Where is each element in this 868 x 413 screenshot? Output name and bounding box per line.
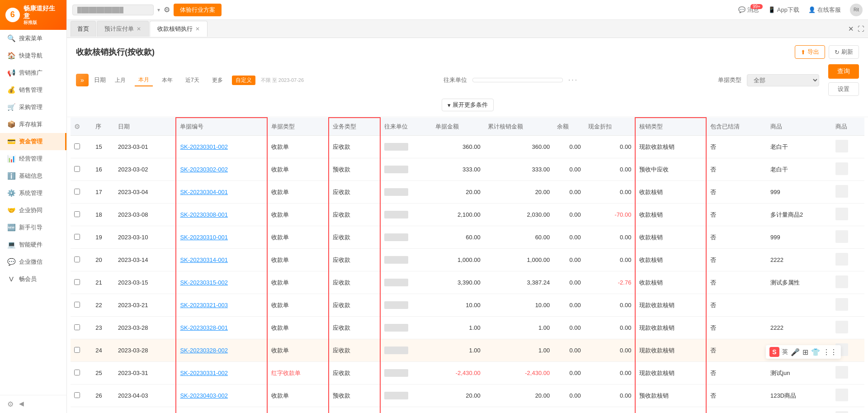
solution-button[interactable]: 体验行业方案 bbox=[174, 4, 222, 16]
row-checkbox[interactable] bbox=[71, 339, 92, 362]
date-this-month-btn[interactable]: 本月 bbox=[135, 74, 153, 86]
collection-tab-close[interactable]: ✕ bbox=[195, 26, 200, 32]
sidebar-item-marketing[interactable]: 📢营销推广 bbox=[0, 64, 66, 81]
row-include-settled: 否 bbox=[706, 136, 767, 158]
export-button[interactable]: ⬆ 导出 bbox=[795, 45, 825, 59]
query-button[interactable]: 查询 bbox=[828, 64, 859, 79]
row-checkbox[interactable] bbox=[71, 226, 92, 249]
row-cancel-type: 现款收款核销 bbox=[635, 407, 706, 413]
tab-home[interactable]: 首页 bbox=[71, 21, 96, 37]
sidebar-item-finance[interactable]: 💳资金管理 bbox=[0, 133, 66, 150]
order-link[interactable]: SK-20230321-003 bbox=[180, 302, 228, 309]
close-window-icon[interactable]: ✕ bbox=[848, 25, 854, 33]
order-link[interactable]: SK-20230314-001 bbox=[180, 256, 228, 263]
order-link[interactable]: SK-20230310-001 bbox=[180, 234, 228, 241]
date-custom-btn[interactable]: 自定义 bbox=[232, 76, 255, 85]
maximize-icon[interactable]: ⛶ bbox=[858, 25, 864, 33]
receipt-type-select[interactable]: 全部 收款单 红字收款单 bbox=[747, 74, 819, 86]
sidebar-label-shortcut: 快捷导航 bbox=[19, 52, 42, 60]
row-checkbox[interactable] bbox=[71, 136, 92, 158]
brand-s-icon: S bbox=[769, 347, 779, 357]
row-checkbox[interactable] bbox=[71, 362, 92, 385]
row-date: 2023-04-08 bbox=[114, 407, 176, 413]
sidebar-item-hardware[interactable]: 💻智能硬件 bbox=[0, 236, 66, 253]
table-row: 24 2023-03-28 SK-20230328-002 收款单 应收款 ██… bbox=[71, 339, 864, 362]
grid-icon[interactable]: ⊞ bbox=[802, 348, 808, 356]
row-checkbox[interactable] bbox=[71, 385, 92, 407]
table-row: 21 2023-03-15 SK-20230315-002 收款单 应收款 ██… bbox=[71, 271, 864, 294]
system-icon: ⚙️ bbox=[7, 189, 15, 197]
date-last-month-btn[interactable]: 上月 bbox=[111, 75, 129, 86]
row-order-type: 收款单 bbox=[267, 339, 329, 362]
mic-icon[interactable]: 🎤 bbox=[791, 348, 800, 356]
expand-more-row: ▾ 展开更多条件 bbox=[76, 99, 859, 111]
row-num: 27 bbox=[92, 407, 114, 413]
row-partner: ████ bbox=[380, 158, 432, 181]
online-service-button[interactable]: 👤 在线客服 bbox=[808, 6, 841, 14]
partner-input[interactable] bbox=[472, 78, 563, 82]
sidebar-item-basic[interactable]: ℹ️基础信息 bbox=[0, 167, 66, 185]
user-avatar[interactable]: Rit bbox=[850, 4, 863, 16]
settings-filter-button[interactable]: 设置 bbox=[828, 82, 859, 96]
order-link[interactable]: SK-20230301-002 bbox=[180, 143, 228, 150]
row-checkbox[interactable] bbox=[71, 204, 92, 226]
prepay-tab-close[interactable]: ✕ bbox=[137, 26, 141, 32]
main-content: ████████████ ▾ ⚙ 体验行业方案 💬 消息 99+ 📱 App下载… bbox=[67, 0, 868, 413]
logo-sub: 标推版 bbox=[24, 20, 61, 25]
sidebar-item-inventory[interactable]: 📦库存核算 bbox=[0, 116, 66, 133]
date-more-btn[interactable]: 更多 bbox=[208, 75, 226, 86]
row-cancel-type: 现款收款核销 bbox=[635, 339, 706, 362]
row-checkbox[interactable] bbox=[71, 317, 92, 339]
row-checkbox[interactable] bbox=[71, 181, 92, 204]
row-checkbox[interactable] bbox=[71, 158, 92, 181]
shirt-icon[interactable]: 👕 bbox=[811, 348, 820, 356]
sidebar-item-member[interactable]: V畅会员 bbox=[0, 271, 66, 288]
date-this-year-btn[interactable]: 本年 bbox=[158, 75, 176, 86]
message-button[interactable]: 💬 消息 99+ bbox=[738, 6, 759, 14]
tab-collection[interactable]: 收款核销执行 ✕ bbox=[150, 21, 208, 37]
settings-gear-icon[interactable]: ⚙ bbox=[164, 5, 170, 14]
sidebar-item-guide[interactable]: 🆕新手引导 bbox=[0, 219, 66, 236]
col-settings[interactable]: ⚙ bbox=[71, 118, 92, 136]
sidebar-item-sales[interactable]: 💰销售管理 bbox=[0, 81, 66, 99]
app-download-button[interactable]: 📱 App下载 bbox=[768, 6, 799, 14]
order-link[interactable]: SK-20230304-001 bbox=[180, 189, 228, 195]
sidebar-item-operation[interactable]: 📊经营管理 bbox=[0, 150, 66, 167]
table-row: 25 2023-03-31 SK-20230331-002 红字收款单 应收款 … bbox=[71, 362, 864, 385]
partner-dots[interactable]: ··· bbox=[568, 76, 578, 84]
settings-icon[interactable]: ⚙ bbox=[7, 400, 14, 408]
row-checkbox[interactable] bbox=[71, 407, 92, 413]
collapse-icon[interactable]: ◀ bbox=[19, 400, 24, 408]
tabbar: 首页 预计应付单 ✕ 收款核销执行 ✕ ✕ ⛶ bbox=[67, 20, 868, 38]
order-link[interactable]: SK-20230403-002 bbox=[180, 392, 228, 399]
row-checkbox[interactable] bbox=[71, 249, 92, 271]
sidebar-item-search[interactable]: 🔍搜索菜单 bbox=[0, 30, 66, 47]
tab-prepay[interactable]: 预计应付单 ✕ bbox=[97, 21, 149, 37]
order-link[interactable]: SK-20230315-002 bbox=[180, 279, 228, 286]
row-date: 2023-03-14 bbox=[114, 249, 176, 271]
order-link[interactable]: SK-20230302-002 bbox=[180, 166, 228, 173]
sidebar-item-corp[interactable]: 🤝企业协同 bbox=[0, 202, 66, 219]
sidebar-item-shortcut[interactable]: 🏠快捷导航 bbox=[0, 47, 66, 64]
sidebar-item-purchase[interactable]: 🛒采购管理 bbox=[0, 99, 66, 116]
row-amount: 3,390.00 bbox=[432, 271, 484, 294]
date-7days-btn[interactable]: 近7天 bbox=[182, 75, 203, 86]
more-icon[interactable]: ⋮⋮ bbox=[823, 348, 837, 356]
sidebar-item-system[interactable]: ⚙️系统管理 bbox=[0, 185, 66, 202]
row-checkbox[interactable] bbox=[71, 271, 92, 294]
order-link[interactable]: SK-20230331-002 bbox=[180, 370, 228, 376]
order-link[interactable]: SK-20230308-001 bbox=[180, 211, 228, 218]
row-checkbox[interactable] bbox=[71, 294, 92, 317]
row-discount: 0.00 bbox=[585, 158, 636, 181]
refresh-button[interactable]: ↻ 刷新 bbox=[829, 45, 859, 59]
expand-more-button[interactable]: ▾ 展开更多条件 bbox=[442, 99, 494, 111]
dropdown-icon[interactable]: ▾ bbox=[157, 7, 160, 13]
row-order-no: SK-20230321-003 bbox=[176, 294, 267, 317]
order-link[interactable]: SK-20230328-002 bbox=[180, 347, 228, 354]
address-bar[interactable]: ████████████ bbox=[72, 5, 154, 15]
row-num: 15 bbox=[92, 136, 114, 158]
order-link[interactable]: SK-20230328-001 bbox=[180, 324, 228, 331]
row-cancel-type: 收款核销 bbox=[635, 249, 706, 271]
filter-toggle-button[interactable]: » bbox=[76, 74, 89, 86]
sidebar-item-wechat[interactable]: 💬企业微信 bbox=[0, 253, 66, 271]
